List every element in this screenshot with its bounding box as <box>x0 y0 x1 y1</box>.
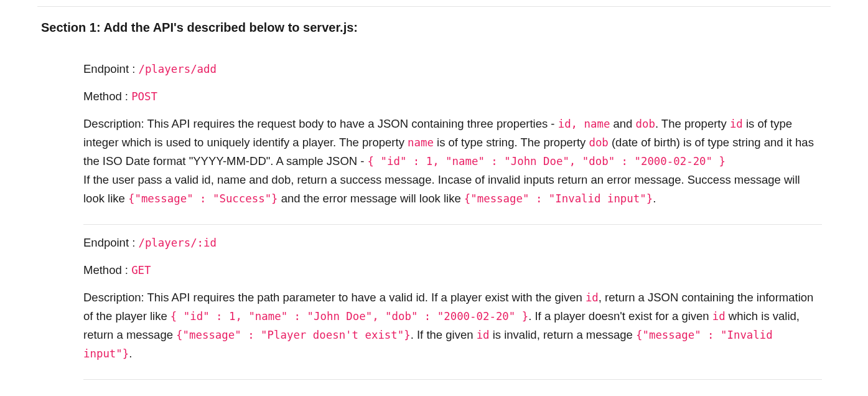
desc-text: is of type string. The property <box>434 136 589 149</box>
description: Description: This API requires the path … <box>83 288 822 363</box>
desc-text: Description: This API requires the path … <box>83 291 586 304</box>
desc-text: and the error message will look like <box>278 192 464 205</box>
desc-code: dob <box>589 136 608 149</box>
desc-code: name <box>408 136 434 149</box>
desc-code: id <box>712 310 726 323</box>
api-block-add: Endpoint : /players/add Method : POST De… <box>83 51 822 225</box>
description: Description: This API requires the reque… <box>83 115 822 208</box>
desc-code: id <box>477 329 490 341</box>
method-line: Method : GET <box>83 261 822 280</box>
endpoint-label: Endpoint : <box>83 236 138 249</box>
desc-text: and <box>610 117 635 130</box>
endpoint-line: Endpoint : /players/:id <box>83 233 822 252</box>
method-line: Method : POST <box>83 87 822 106</box>
desc-code: {"message" : "Success"} <box>128 192 278 205</box>
desc-text: Description: This API requires the reque… <box>83 117 558 130</box>
endpoint-line: Endpoint : /players/add <box>83 60 822 78</box>
desc-text: . The property <box>655 117 730 130</box>
desc-code: id <box>730 118 743 130</box>
method-label: Method : <box>83 90 131 103</box>
desc-text: is invalid, return a message <box>490 328 636 341</box>
page: Section 1: Add the API's described below… <box>0 6 868 380</box>
desc-code: id, name <box>558 118 610 130</box>
desc-code: { "id" : 1, "name" : "John Doe", "dob" :… <box>368 155 726 167</box>
method-value: POST <box>131 90 157 103</box>
desc-text: . <box>129 347 132 360</box>
desc-text: . If the given <box>411 328 477 341</box>
api-block-get: Endpoint : /players/:id Method : GET Des… <box>83 225 822 380</box>
endpoint-value: /players/:id <box>138 237 217 249</box>
desc-code: {"message" : "Invalid input"} <box>464 192 653 205</box>
desc-code: {"message" : "Player doesn't exist"} <box>176 329 411 341</box>
section-title: Section 1: Add the API's described below… <box>41 21 831 35</box>
top-divider <box>37 6 831 7</box>
desc-code: { "id" : 1, "name" : "John Doe", "dob" :… <box>170 310 528 323</box>
desc-code: id <box>586 291 599 304</box>
method-label: Method : <box>83 263 131 276</box>
desc-text: . <box>653 192 656 205</box>
method-value: GET <box>131 264 151 276</box>
desc-code: dob <box>636 118 655 130</box>
desc-text: . If a player doesn't exist for a given <box>528 309 712 323</box>
endpoint-value: /players/add <box>138 63 217 75</box>
endpoint-label: Endpoint : <box>83 62 138 75</box>
